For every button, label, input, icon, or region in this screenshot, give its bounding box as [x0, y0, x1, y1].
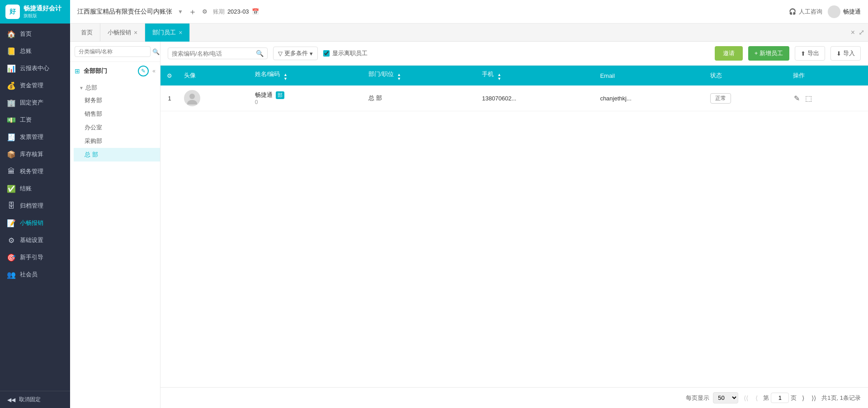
- sidebar-item-tax[interactable]: 🏛 税务管理: [0, 163, 70, 180]
- sidebar-item-guide[interactable]: 🎯 新手引导: [0, 249, 70, 266]
- tabs-right-actions: × ⤢: [851, 28, 864, 37]
- employee-search-box: 🔍: [168, 47, 268, 59]
- guide-icon: 🎯: [7, 253, 15, 261]
- sidebar-item-settings[interactable]: ⚙ 基础设置: [0, 232, 70, 249]
- name-sort-icon[interactable]: ▲▼: [283, 73, 288, 81]
- support-button[interactable]: 🎧 人工咨询: [789, 8, 822, 16]
- department-panel: 🔍 ⊞ 全部部门 ✎ « ▼ 总部 财务部 销售部 办公室 采购部: [70, 42, 160, 408]
- export-button[interactable]: ⬆ 导出: [795, 46, 825, 61]
- invite-button[interactable]: 邀请: [715, 46, 743, 61]
- import-button[interactable]: ⬇ 导入: [830, 46, 861, 61]
- dept-search-input[interactable]: [75, 46, 151, 57]
- col-dept[interactable]: 部门/职位 ▲▼: [363, 66, 476, 85]
- company-name[interactable]: 江西服宝精品有限责任公司内账张: [77, 8, 172, 16]
- sidebar-item-members[interactable]: 👥 社会员: [0, 266, 70, 283]
- export-icon: ⬆: [801, 50, 806, 57]
- period-display: 账期 2023-03 📅: [213, 8, 259, 16]
- col-phone[interactable]: 手机 ▲▼: [476, 66, 594, 85]
- user-menu[interactable]: 畅捷通: [828, 5, 861, 18]
- page-input-group: 第 页: [763, 393, 797, 403]
- company-dropdown-icon[interactable]: ▼: [178, 9, 183, 15]
- svg-point-0: [189, 94, 195, 99]
- prev-page-button[interactable]: ⟨: [754, 394, 760, 403]
- dept-item-office[interactable]: 办公室: [74, 121, 160, 134]
- dept-item-general[interactable]: 总 部: [74, 148, 160, 161]
- all-departments-header[interactable]: ⊞ 全部部门 ✎ «: [70, 62, 160, 80]
- first-page-button[interactable]: ⟨⟨: [742, 394, 750, 403]
- filter-icon: ▽: [278, 50, 283, 57]
- status-badge: 正常: [710, 93, 731, 104]
- row-name-cell: 畅捷通 部 0: [250, 85, 363, 111]
- dept-sort-icon[interactable]: ▲▼: [397, 73, 401, 81]
- more-conditions-button[interactable]: ▽ 更多条件 ▾: [273, 47, 318, 60]
- app-logo-icon: 好: [5, 5, 20, 19]
- sidebar-nav: 🏠 首页 📒 总账 📊 云报表中心 💰 资金管理 🏢 固定资产 💵 工资 🧾 发…: [0, 24, 70, 391]
- dept-item-purchase[interactable]: 采购部: [74, 134, 160, 148]
- tab-expense-close-icon[interactable]: ×: [134, 29, 137, 36]
- employee-search-input[interactable]: [172, 50, 253, 57]
- sidebar-item-label: 库存核算: [20, 150, 43, 158]
- row-action-buttons: ✎ ⬚: [793, 93, 863, 104]
- payroll-icon: 💵: [7, 116, 15, 124]
- tab-dept-employee[interactable]: 部门员工 ×: [145, 24, 190, 42]
- sidebar-item-label: 社会员: [20, 270, 38, 279]
- sidebar-item-expense[interactable]: 📝 小畅报销: [0, 214, 70, 232]
- row-phone-cell: 138070602...: [476, 85, 594, 111]
- dept-group-label[interactable]: ▼ 总部: [74, 82, 160, 94]
- sidebar-item-label: 新手引导: [20, 253, 43, 261]
- sidebar-item-archive[interactable]: 🗄 归档管理: [0, 197, 70, 214]
- sidebar-unpin-button[interactable]: ◀◀ 取消固定: [0, 391, 70, 408]
- last-page-button[interactable]: ⟩⟩: [810, 394, 818, 403]
- phone-sort-icon[interactable]: ▲▼: [497, 73, 501, 81]
- col-settings[interactable]: ⚙: [160, 66, 179, 85]
- row-email-cell: chanjethkj...: [594, 85, 705, 111]
- sidebar-item-ledger[interactable]: 📒 总账: [0, 43, 70, 60]
- edit-employee-button[interactable]: ✎: [793, 93, 801, 104]
- col-name[interactable]: 姓名/编码 ▲▼: [250, 66, 363, 85]
- dept-edit-button[interactable]: ✎: [138, 66, 149, 76]
- employee-toolbar: 🔍 ▽ 更多条件 ▾ 显示离职员工 邀请 + 新增员工 ⬆ 导出: [160, 42, 868, 66]
- assets-icon: 🏢: [7, 99, 15, 107]
- sidebar-item-funds[interactable]: 💰 资金管理: [0, 77, 70, 94]
- settings-icon: ⚙: [7, 236, 15, 244]
- show-resigned-label[interactable]: 显示离职员工: [323, 49, 368, 57]
- add-tab-button[interactable]: ＋: [189, 6, 197, 17]
- tab-expense[interactable]: 小畅报销 ×: [100, 24, 145, 42]
- sidebar-item-closing[interactable]: ✅ 结账: [0, 180, 70, 197]
- tab-expand-button[interactable]: ⤢: [859, 28, 864, 37]
- sidebar-item-label: 小畅报销: [20, 219, 43, 227]
- page-size-select[interactable]: 50 10 20 100: [713, 392, 738, 403]
- add-employee-button[interactable]: + 新增员工: [748, 46, 789, 61]
- sidebar-item-inventory[interactable]: 📦 库存核算: [0, 146, 70, 163]
- tab-home[interactable]: 首页: [74, 24, 100, 42]
- sidebar-item-invoice[interactable]: 🧾 发票管理: [0, 128, 70, 146]
- show-resigned-checkbox[interactable]: [323, 50, 330, 57]
- dept-item-sales[interactable]: 销售部: [74, 107, 160, 121]
- sidebar-item-home[interactable]: 🏠 首页: [0, 25, 70, 43]
- table-header: ⚙ 头像 姓名/编码 ▲▼ 部门/职位 ▲▼ 手机: [160, 66, 868, 85]
- tab-dept-close-icon[interactable]: ×: [179, 29, 182, 36]
- dept-collapse-icon[interactable]: «: [152, 68, 156, 74]
- dept-badge: 部: [276, 91, 284, 99]
- topbar-settings-icon[interactable]: ⚙: [202, 8, 208, 15]
- tab-close-all-button[interactable]: ×: [851, 28, 855, 37]
- sidebar-item-payroll[interactable]: 💵 工资: [0, 111, 70, 128]
- calendar-icon[interactable]: 📅: [252, 8, 259, 15]
- dept-search-icon[interactable]: 🔍: [152, 48, 160, 55]
- members-icon: 👥: [7, 270, 15, 279]
- chevron-down-icon: ▾: [310, 50, 313, 57]
- dept-tree: ▼ 总部 财务部 销售部 办公室 采购部 总 部: [70, 80, 160, 408]
- sidebar-item-label: 固定资产: [20, 99, 43, 107]
- next-page-button[interactable]: ⟩: [800, 394, 806, 403]
- sidebar-item-reports[interactable]: 📊 云报表中心: [0, 60, 70, 77]
- ledger-icon: 📒: [7, 47, 15, 55]
- page-number-input[interactable]: [771, 393, 789, 403]
- delete-employee-button[interactable]: ⬚: [804, 93, 813, 104]
- pin-icon: ◀◀: [7, 397, 15, 403]
- sidebar-item-label: 资金管理: [20, 81, 43, 90]
- dept-item-finance[interactable]: 财务部: [74, 94, 160, 107]
- search-icon[interactable]: 🔍: [256, 50, 264, 57]
- sidebar-item-assets[interactable]: 🏢 固定资产: [0, 94, 70, 111]
- avatar-placeholder-icon: [186, 92, 198, 104]
- employee-table-body: 1 畅捷通: [160, 85, 868, 111]
